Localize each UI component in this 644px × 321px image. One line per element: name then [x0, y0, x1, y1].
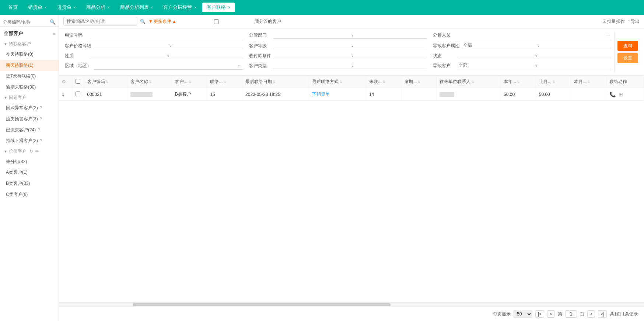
- col-contact-person[interactable]: 往来单位联系人⇅: [437, 76, 501, 88]
- more-options-icon[interactable]: ···: [238, 63, 242, 68]
- chevron-down-icon: ∨: [351, 63, 426, 68]
- filter-row-3: 性质 ∨ 收付款条件 ∨: [65, 52, 611, 59]
- select-all-checkbox[interactable]: [76, 79, 80, 84]
- sidebar-item-ungrouped[interactable]: 未分组(32): [0, 156, 59, 168]
- sidebar-group-problem[interactable]: ▼ 问题客户: [0, 93, 59, 103]
- sidebar-item-today-pending[interactable]: 今天待联络(0): [0, 49, 59, 60]
- page-number-input[interactable]: [565, 310, 577, 318]
- sidebar-search-bar: 🔍: [0, 18, 59, 27]
- sort-icon: ⇅: [471, 80, 474, 84]
- phone-input[interactable]: [89, 31, 243, 39]
- filter-field-retail-attr: 零散客户属性 全部 ∨: [433, 41, 611, 50]
- col-customer-name[interactable]: 客户名称⇅: [127, 76, 172, 88]
- sidebar-item-overdue-pending[interactable]: 逾期未联络(30): [0, 82, 59, 93]
- col-this-month[interactable]: 本月...⇅: [571, 76, 606, 88]
- prev-page-button[interactable]: <: [547, 310, 555, 318]
- nav-item-purchase[interactable]: 进货单 ×: [53, 3, 80, 12]
- col-last-month[interactable]: 上月...⇅: [536, 76, 571, 88]
- my-customers-checkbox[interactable]: [179, 19, 253, 24]
- nav-item-product-analysis[interactable]: 商品分析 ×: [82, 3, 114, 12]
- department-select[interactable]: ∨: [273, 32, 427, 39]
- search-input[interactable]: [63, 17, 137, 26]
- filter-field-phone: 电话号码: [65, 31, 243, 39]
- my-customers-checkbox-label[interactable]: 我分管的客户: [179, 18, 281, 25]
- row-last-contact-method[interactable]: 下销货单: [309, 88, 366, 101]
- nav-item-customer-tier[interactable]: 客户分层经营 ×: [159, 3, 201, 12]
- customer-type-select[interactable]: ∨: [273, 62, 427, 69]
- filter-field-customer-type: 客户类型 ∨: [249, 62, 427, 69]
- sidebar-item-churn-warning[interactable]: 流失预警客户(3) ?: [0, 114, 59, 125]
- col-customer-code[interactable]: 客户编码⇅: [84, 76, 127, 88]
- search-icon[interactable]: 🔍: [50, 19, 56, 25]
- more-options-icon[interactable]: ···: [606, 32, 610, 38]
- gear-icon[interactable]: ⚙: [62, 79, 66, 84]
- next-page-button[interactable]: >: [587, 310, 595, 318]
- col-checkbox[interactable]: [72, 76, 84, 88]
- nature-select[interactable]: ∨: [89, 52, 243, 59]
- chevron-down-icon: ∨: [169, 44, 242, 48]
- sort-icon: ⇅: [273, 80, 276, 84]
- chevron-down-icon: ∨: [351, 33, 426, 37]
- nav-item-sales[interactable]: 销货单 ×: [24, 3, 51, 12]
- retail-attr-select[interactable]: 全部 ∨: [462, 41, 611, 50]
- row-checkbox[interactable]: [72, 88, 84, 101]
- sidebar-item-class-a[interactable]: A类客户(1): [0, 167, 59, 178]
- col-customer-type[interactable]: 客户...⇅: [172, 76, 207, 88]
- batch-op-button[interactable]: ☑ 批量操作: [602, 18, 625, 25]
- sidebar-item-churned[interactable]: 已流失客户(24) ?: [0, 125, 59, 136]
- col-uncontacted[interactable]: 未联...⇅: [366, 76, 401, 88]
- close-icon[interactable]: ×: [151, 6, 153, 10]
- close-icon[interactable]: ×: [228, 6, 230, 10]
- col-contact-count[interactable]: 联络...⇅: [207, 76, 242, 88]
- retail-customer-select[interactable]: 全部 ∨: [457, 61, 611, 70]
- sidebar-group-value[interactable]: ▼ 价值客户 ↻ ✏: [0, 146, 59, 156]
- sidebar-item-class-b[interactable]: B类客户(33): [0, 178, 59, 189]
- scrollbar-thumb[interactable]: [133, 303, 391, 306]
- export-button[interactable]: ↑ 导出: [628, 18, 640, 25]
- help-icon: ?: [40, 138, 42, 143]
- total-records: 共1页 1条记录: [610, 311, 638, 317]
- query-button[interactable]: 查询: [617, 41, 638, 51]
- data-table: ⚙ 客户编码⇅ 客户名称⇅ 客户...⇅: [59, 76, 644, 101]
- col-this-year[interactable]: 本年...⇅: [501, 76, 536, 88]
- close-icon[interactable]: ×: [45, 6, 47, 10]
- close-icon[interactable]: ×: [74, 6, 76, 10]
- sidebar-search-input[interactable]: [3, 20, 50, 25]
- sidebar-item-declining[interactable]: 持续下滑客户(2) ?: [0, 135, 59, 146]
- row-select-checkbox[interactable]: [76, 92, 80, 96]
- search-icon[interactable]: 🔍: [140, 19, 146, 24]
- horizontal-scrollbar[interactable]: [59, 302, 644, 307]
- customer-level-select[interactable]: ∨: [273, 42, 427, 49]
- sidebar-item-class-c[interactable]: C类客户(6): [0, 189, 59, 200]
- edit-icon[interactable]: ✏: [35, 149, 39, 154]
- phone-icon[interactable]: 📞: [609, 92, 616, 97]
- first-page-button[interactable]: |<: [535, 310, 544, 318]
- nav-home[interactable]: 首页: [4, 3, 22, 12]
- last-page-button[interactable]: >|: [598, 310, 607, 318]
- col-last-contact-date[interactable]: 最后联络日期⇅: [242, 76, 309, 88]
- payment-select[interactable]: ∨: [273, 52, 427, 59]
- grid-icon[interactable]: ⊞: [619, 92, 623, 97]
- sidebar-item-abnormal-repurchase[interactable]: 回购异常客户(2) ?: [0, 103, 59, 114]
- price-level-select[interactable]: ∨: [94, 42, 243, 49]
- close-icon[interactable]: ×: [194, 6, 196, 10]
- col-last-contact-method[interactable]: 最后联络方式⇅: [309, 76, 366, 88]
- sidebar-all-customers[interactable]: 全部客户 «: [0, 28, 59, 39]
- close-icon[interactable]: ×: [108, 6, 110, 10]
- col-gear[interactable]: ⚙: [59, 76, 72, 88]
- collapse-icon[interactable]: «: [53, 31, 55, 36]
- col-overdue[interactable]: 逾期...⇅: [401, 76, 437, 88]
- page-size-select[interactable]: 50 100 200: [514, 310, 532, 318]
- sort-icon: ⇅: [339, 80, 342, 84]
- nav-item-product-list[interactable]: 商品分析列表 ×: [116, 3, 158, 12]
- more-conditions-button[interactable]: ▼ 更多条件 ▲: [148, 18, 176, 25]
- sidebar-item-7days-pending[interactable]: 近7天待联络(0): [0, 71, 59, 82]
- nav-item-customer-contact[interactable]: 客户联络 ×: [202, 3, 235, 12]
- sidebar-group-pending[interactable]: ▼ 待联络客户: [0, 39, 59, 49]
- arrow-icon: ▼: [4, 149, 7, 153]
- setting-button[interactable]: 设置: [617, 53, 638, 63]
- status-select[interactable]: ∨: [457, 52, 611, 59]
- row-customer-code: 000021: [84, 88, 127, 101]
- sidebar-item-tomorrow-pending[interactable]: 明天待联络(1): [0, 60, 59, 71]
- refresh-icon[interactable]: ↻: [29, 149, 33, 154]
